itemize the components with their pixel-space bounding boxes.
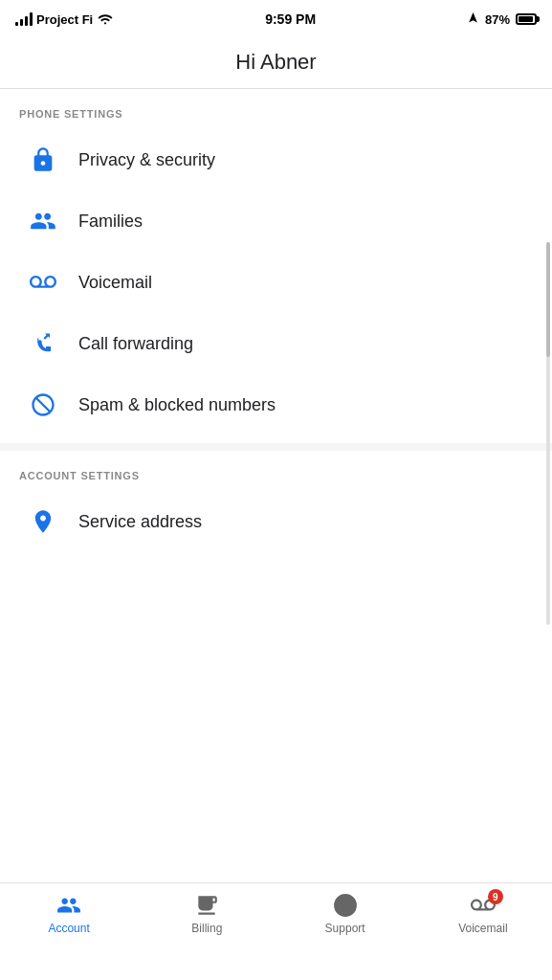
menu-item-callforwarding[interactable]: Call forwarding — [0, 313, 552, 374]
nav-item-billing[interactable]: Billing — [138, 893, 276, 935]
billing-nav-label: Billing — [191, 922, 222, 935]
voicemail-label: Voicemail — [78, 273, 152, 293]
menu-item-families[interactable]: Families — [0, 190, 552, 252]
carrier-label: Project Fi — [36, 12, 93, 27]
signal-icon — [15, 12, 33, 26]
block-icon — [19, 391, 67, 418]
svg-point-1 — [344, 910, 345, 911]
callforwarding-label: Call forwarding — [78, 334, 193, 354]
voicemail-badge: 9 — [488, 889, 503, 904]
serviceaddress-label: Service address — [78, 512, 202, 532]
spam-label: Spam & blocked numbers — [78, 395, 276, 415]
scrollbar-track[interactable] — [546, 242, 550, 625]
account-nav-label: Account — [48, 922, 89, 935]
battery-percent: 87% — [485, 12, 510, 27]
location-arrow-icon — [467, 11, 479, 27]
families-label: Families — [78, 212, 143, 232]
status-bar: Project Fi 9:59 PM 87% — [0, 0, 552, 34]
lock-icon — [19, 146, 67, 173]
voicemail-nav-label: Voicemail — [458, 922, 507, 935]
main-content: PHONE SETTINGS Privacy & security Famili… — [0, 89, 552, 650]
menu-item-serviceaddress[interactable]: Service address — [0, 491, 552, 552]
phone-settings-header: PHONE SETTINGS — [0, 89, 552, 129]
support-nav-label: Support — [325, 922, 365, 935]
billing-nav-icon — [194, 893, 219, 918]
bottom-nav: Account Billing Support 9 Voicemail — [0, 882, 552, 980]
location-icon — [19, 508, 67, 535]
wifi-icon — [97, 11, 114, 28]
time-display: 9:59 PM — [265, 11, 316, 27]
support-nav-icon — [333, 893, 358, 918]
menu-item-voicemail[interactable]: Voicemail — [0, 252, 552, 313]
scrollbar-thumb[interactable] — [546, 242, 550, 357]
nav-item-account[interactable]: Account — [0, 893, 138, 935]
status-right: 87% — [467, 11, 537, 27]
account-settings-header: ACCOUNT SETTINGS — [0, 451, 552, 491]
battery-icon — [516, 13, 537, 25]
menu-item-privacy[interactable]: Privacy & security — [0, 129, 552, 190]
page-title: Hi Abner — [0, 34, 552, 89]
account-nav-icon — [56, 893, 81, 918]
status-left: Project Fi — [15, 11, 114, 28]
menu-item-spam[interactable]: Spam & blocked numbers — [0, 374, 552, 435]
callforward-icon — [19, 330, 67, 357]
section-divider — [0, 443, 552, 451]
nav-item-support[interactable]: Support — [276, 893, 414, 935]
privacy-label: Privacy & security — [78, 150, 215, 170]
voicemail-icon — [19, 269, 67, 296]
voicemail-nav-icon: 9 — [471, 893, 496, 918]
family-icon — [19, 208, 67, 234]
nav-item-voicemail[interactable]: 9 Voicemail — [414, 893, 552, 935]
